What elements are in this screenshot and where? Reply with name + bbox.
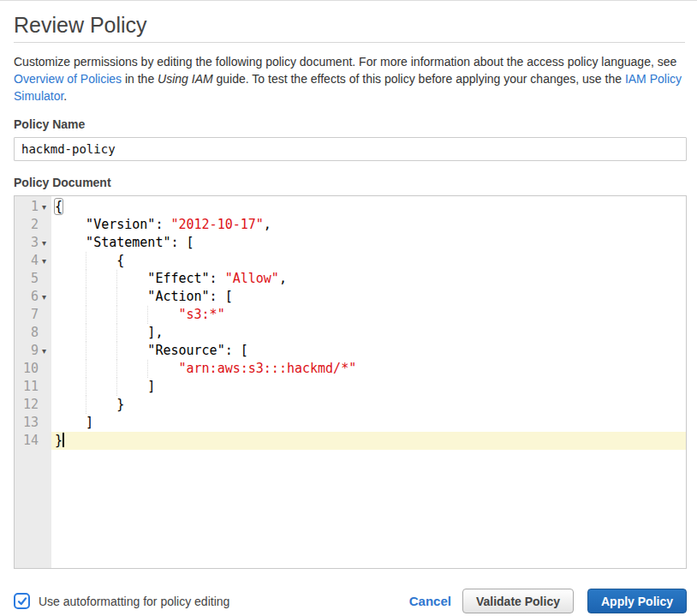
gutter-line-7: 7	[15, 306, 51, 324]
intro-text: Customize permissions by editing the fol…	[14, 53, 683, 105]
autoformat-option[interactable]: Use autoformatting for policy editing	[14, 593, 229, 609]
code-line-8[interactable]: ],	[51, 324, 686, 342]
editor-code[interactable]: { "Version": "2012-10-17", "Statement": …	[51, 196, 686, 568]
indent-guide	[147, 306, 148, 324]
text-cursor	[63, 433, 64, 447]
policy-name-label: Policy Name	[14, 117, 685, 131]
gutter-line-1[interactable]: 1▾	[15, 198, 51, 216]
code-line-10[interactable]: "arn:aws:s3:::hackmd/*"	[51, 360, 686, 378]
gutter-line-5: 5	[15, 270, 51, 288]
gutter-line-13: 13	[15, 414, 51, 432]
policy-name-input[interactable]	[14, 137, 687, 161]
indent-guide	[116, 360, 117, 378]
fold-arrow-icon[interactable]: ▾	[39, 288, 50, 306]
fold-arrow-icon[interactable]: ▾	[39, 234, 50, 252]
indent-guide	[147, 360, 148, 378]
intro-part4: .	[63, 89, 67, 103]
indent-guide	[116, 342, 117, 360]
indent-guide	[116, 288, 117, 306]
autoformat-checkbox[interactable]	[14, 593, 30, 609]
code-line-3[interactable]: "Statement": [	[51, 234, 686, 252]
code-line-7[interactable]: "s3:*"	[51, 306, 686, 324]
page-title: Review Policy	[14, 12, 685, 38]
review-policy-page: Review Policy Customize permissions by e…	[0, 12, 697, 613]
code-line-5[interactable]: "Effect": "Allow",	[51, 270, 686, 288]
code-line-14[interactable]: }	[51, 432, 686, 450]
code-line-4[interactable]: {	[51, 252, 686, 270]
indent-guide	[116, 378, 117, 396]
intro-part3: guide. To test the effects of this polic…	[213, 72, 625, 86]
code-line-2[interactable]: "Version": "2012-10-17",	[51, 216, 686, 234]
editor-gutter: 1▾23▾4▾56▾789▾1011121314	[15, 196, 51, 568]
gutter-line-9[interactable]: 9▾	[15, 342, 51, 360]
policy-document-editor[interactable]: 1▾23▾4▾56▾789▾1011121314 { "Version": "2…	[14, 195, 687, 569]
indent-guide	[86, 342, 86, 360]
intro-guide-name: Using IAM	[158, 72, 213, 86]
indent-guide	[86, 252, 86, 270]
footer-actions: Cancel Validate Policy Apply Policy	[409, 589, 687, 613]
gutter-line-6[interactable]: 6▾	[15, 288, 51, 306]
indent-guide	[86, 306, 86, 324]
code-line-11[interactable]: ]	[51, 378, 686, 396]
cancel-link[interactable]: Cancel	[409, 594, 451, 608]
fold-arrow-icon[interactable]: ▾	[39, 198, 50, 216]
policy-document-label: Policy Document	[14, 176, 685, 189]
gutter-line-10: 10	[15, 360, 51, 378]
indent-guide	[86, 288, 86, 306]
autoformat-label: Use autoformatting for policy editing	[39, 595, 229, 608]
check-icon	[17, 596, 27, 607]
indent-guide	[86, 378, 86, 396]
gutter-line-12: 12	[15, 396, 51, 414]
intro-part1: Customize permissions by editing the fol…	[14, 55, 676, 69]
gutter-line-2: 2	[15, 216, 51, 234]
intro-part2: in the	[122, 72, 158, 86]
gutter-line-11: 11	[15, 378, 51, 396]
gutter-line-3[interactable]: 3▾	[15, 234, 51, 252]
title-divider	[14, 42, 685, 43]
indent-guide	[86, 396, 86, 414]
indent-guide	[86, 324, 86, 342]
gutter-line-8: 8	[15, 324, 51, 342]
indent-guide	[86, 270, 86, 288]
overview-of-policies-link[interactable]: Overview of Policies	[14, 72, 122, 86]
code-line-6[interactable]: "Action": [	[51, 288, 686, 306]
code-line-1[interactable]: {	[51, 198, 686, 216]
apply-policy-button[interactable]: Apply Policy	[587, 589, 687, 613]
indent-guide	[86, 360, 86, 378]
gutter-line-4[interactable]: 4▾	[15, 252, 51, 270]
code-line-13[interactable]: ]	[51, 414, 686, 432]
footer-bar: Use autoformatting for policy editing Ca…	[14, 589, 687, 613]
validate-policy-button[interactable]: Validate Policy	[462, 589, 574, 613]
indent-guide	[116, 270, 117, 288]
indent-guide	[116, 306, 117, 324]
code-line-9[interactable]: "Resource": [	[51, 342, 686, 360]
gutter-line-14: 14	[15, 432, 51, 450]
fold-arrow-icon[interactable]: ▾	[39, 342, 50, 360]
code-line-12[interactable]: }	[51, 396, 686, 414]
fold-arrow-icon[interactable]: ▾	[39, 252, 50, 270]
indent-guide	[116, 324, 117, 342]
